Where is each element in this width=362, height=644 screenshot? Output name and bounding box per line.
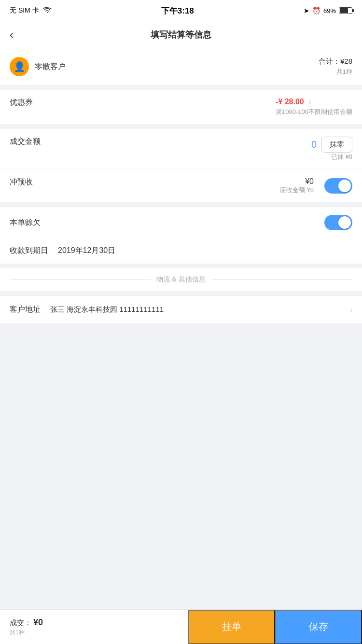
- status-time: 下午3:18: [161, 5, 194, 16]
- moling-hint: 已抹 ¥0: [311, 153, 352, 161]
- deal-amount-label: 成交金额: [10, 137, 41, 147]
- status-right: ➤ ⏰ 69%: [304, 7, 352, 14]
- coupon-card[interactable]: 优惠券 -¥ 28.00 › 满1000-100不限制使用金额: [0, 90, 362, 124]
- coupon-hint: 满1000-100不限制使用金额: [276, 108, 352, 116]
- bottom-deal-label: 成交：: [10, 618, 31, 628]
- content: 👤 零散客户 合计：¥28 共1种 优惠券 -¥ 28.00 › 满1000-1…: [0, 48, 362, 372]
- address-label: 客户地址: [10, 305, 41, 315]
- address-row[interactable]: 客户地址 张三 海淀永丰科技园 11111111111 ›: [0, 295, 362, 323]
- debt-toggle-knob: [338, 216, 351, 229]
- address-value: 张三 海淀永丰科技园 11111111111: [50, 305, 346, 314]
- logistics-label: 物流 & 其他信息: [156, 275, 205, 284]
- back-button[interactable]: ‹: [6, 24, 17, 45]
- debt-toggle[interactable]: [324, 215, 352, 230]
- customer-left: 👤 零散客户: [10, 57, 66, 76]
- avatar: 👤: [10, 57, 29, 76]
- location-icon: ➤: [304, 7, 309, 14]
- moling-button[interactable]: 抹零: [321, 137, 352, 153]
- customer-total: 合计：¥28: [319, 57, 352, 66]
- customer-right: 合计：¥28 共1种: [319, 57, 352, 76]
- deal-amount-value: 0: [311, 139, 317, 150]
- battery-percent: 69%: [323, 7, 336, 14]
- alarm-icon: ⏰: [312, 7, 320, 14]
- carrier-label: 无 SIM 卡: [10, 6, 39, 15]
- prepaid-toggle[interactable]: [324, 178, 352, 194]
- avatar-icon: 👤: [14, 61, 26, 72]
- bottom-bar: 成交： ¥0 共1种 挂单 保存: [0, 609, 362, 644]
- deal-amount-row: 成交金额 0 抹零 已抹 ¥0: [0, 129, 362, 169]
- due-date-row: 收款到期日 2019年12月30日: [0, 238, 362, 264]
- nav-bar: ‹ 填写结算等信息: [0, 21, 362, 48]
- save-button[interactable]: 保存: [275, 610, 362, 644]
- customer-count: 共1种: [319, 68, 352, 76]
- prepaid-hint: 应收金额 ¥0: [280, 186, 314, 195]
- logistics-section: 物流 & 其他信息: [0, 268, 362, 291]
- deal-prepaid-card: 成交金额 0 抹零 已抹 ¥0 冲预收 ¥0 应收金额 ¥0: [0, 129, 362, 202]
- bottom-info: 成交： ¥0 共1种: [0, 617, 188, 637]
- coupon-right: -¥ 28.00 › 满1000-100不限制使用金额: [276, 98, 352, 116]
- page-title: 填写结算等信息: [151, 29, 211, 41]
- status-left: 无 SIM 卡: [10, 6, 52, 15]
- chevron-right-icon: ›: [309, 98, 311, 106]
- customer-name: 零散客户: [35, 62, 66, 72]
- debt-card: 本单赊欠 收款到期日 2019年12月30日: [0, 207, 362, 264]
- logistics-divider: 物流 & 其他信息: [0, 268, 362, 291]
- battery-icon: [339, 7, 352, 14]
- bottom-count: 共1种: [10, 629, 179, 637]
- bottom-deal-amount: ¥0: [33, 617, 43, 628]
- status-bar: 无 SIM 卡 下午3:18 ➤ ⏰ 69%: [0, 0, 362, 21]
- prepaid-row: 冲预收 ¥0 应收金额 ¥0: [0, 169, 362, 202]
- due-date-label: 收款到期日: [10, 246, 48, 256]
- debt-row: 本单赊欠: [0, 207, 362, 238]
- customer-row: 👤 零散客户 合计：¥28 共1种: [0, 48, 362, 85]
- toggle-knob: [338, 180, 351, 192]
- prepaid-amount: ¥0: [280, 177, 314, 186]
- coupon-discount: -¥ 28.00: [276, 98, 304, 106]
- prepaid-right: ¥0 应收金额 ¥0: [280, 177, 352, 195]
- due-date-value: 2019年12月30日: [58, 246, 115, 256]
- address-chevron-icon: ›: [350, 306, 352, 314]
- divider-line-left: [10, 280, 151, 280]
- address-card[interactable]: 客户地址 张三 海淀永丰科技园 11111111111 ›: [0, 295, 362, 323]
- deal-amount-right: 0 抹零 已抹 ¥0: [311, 137, 352, 161]
- coupon-label: 优惠券: [10, 98, 33, 108]
- coupon-row[interactable]: 优惠券 -¥ 28.00 › 满1000-100不限制使用金额: [0, 90, 362, 124]
- wifi-icon: [43, 7, 52, 14]
- prepaid-label: 冲预收: [10, 177, 33, 187]
- debt-label: 本单赊欠: [10, 218, 41, 228]
- hold-button[interactable]: 挂单: [188, 610, 275, 644]
- customer-card: 👤 零散客户 合计：¥28 共1种: [0, 48, 362, 85]
- divider-line-right: [211, 280, 352, 280]
